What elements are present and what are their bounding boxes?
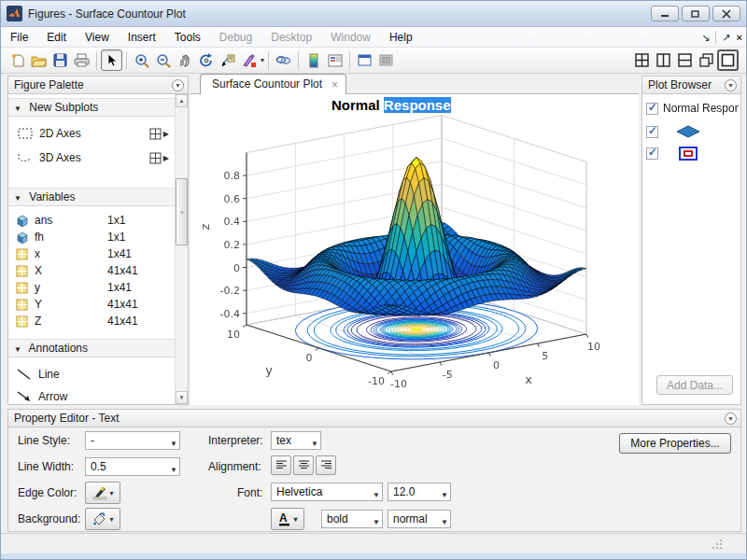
data-cursor-button[interactable] xyxy=(217,49,238,71)
maximize-figure-button[interactable] xyxy=(717,49,739,71)
tile-figures-button[interactable] xyxy=(631,49,653,71)
font-weight-combo[interactable]: bold ▼ xyxy=(321,510,383,528)
variable-row-Z[interactable]: Z 41x41 xyxy=(8,313,175,329)
titlebar[interactable]: Figures - Surface Countour Plot xyxy=(1,1,746,27)
brush-dropdown-caret[interactable]: ▾ xyxy=(261,56,264,64)
close-button[interactable] xyxy=(712,6,740,21)
variable-row-x[interactable]: x 1x41 xyxy=(8,245,175,262)
checkbox-checked[interactable]: ✓ xyxy=(646,103,658,115)
checkbox-checked[interactable]: ✓ xyxy=(646,147,658,160)
palette-item-2d-axes[interactable]: 2D Axes ▶ xyxy=(8,122,175,145)
font-color-button[interactable]: A ▾ xyxy=(271,508,304,530)
link-plot-button[interactable] xyxy=(273,49,294,71)
tile-vertical-button[interactable] xyxy=(653,49,674,71)
combo-arrow-icon[interactable]: ▼ xyxy=(170,436,177,453)
menu-help[interactable]: Help xyxy=(380,27,422,48)
dropdown-caret-icon[interactable]: ▾ xyxy=(109,515,113,524)
subplot-grid-icon[interactable] xyxy=(149,128,162,140)
plot-browser-item-surface[interactable]: ✓ xyxy=(646,124,739,139)
font-size-combo[interactable]: 12.0 ▼ xyxy=(388,483,451,501)
resize-grip-icon[interactable] xyxy=(712,539,724,551)
plot-title-selected-text[interactable]: Response xyxy=(384,97,451,113)
insert-legend-button[interactable] xyxy=(324,49,345,71)
chevron-right-icon[interactable]: ▶ xyxy=(163,130,169,138)
plot-title-text[interactable]: Normal xyxy=(331,97,384,113)
menu-file[interactable]: File xyxy=(1,27,37,48)
pan-hand-button[interactable] xyxy=(174,49,195,71)
align-left-button[interactable] xyxy=(271,455,291,475)
print-figure-button[interactable] xyxy=(71,49,92,71)
minimize-button[interactable] xyxy=(651,6,679,21)
open-file-button[interactable] xyxy=(28,49,49,71)
menu-edit[interactable]: Edit xyxy=(37,27,76,48)
panel-menu-icon[interactable]: ▼ xyxy=(172,79,184,91)
zoom-out-button[interactable] xyxy=(152,49,174,71)
scroll-down-icon[interactable]: ▼ xyxy=(176,391,188,404)
menu-window[interactable]: Window xyxy=(321,27,380,48)
restore-button[interactable] xyxy=(682,6,710,21)
section-variables[interactable]: ▼ Variables xyxy=(8,188,175,206)
variable-row-fh[interactable]: fh 1x1 xyxy=(8,229,175,245)
tab-surface-contour-plot[interactable]: Surface Countour Plot × xyxy=(200,74,346,94)
menu-desktop[interactable]: Desktop xyxy=(261,27,321,48)
more-properties-button[interactable]: More Properties... xyxy=(619,433,731,454)
variable-row-X[interactable]: X 41x41 xyxy=(8,262,175,279)
combo-arrow-icon[interactable]: ▼ xyxy=(311,436,318,453)
combo-arrow-icon[interactable]: ▼ xyxy=(441,487,448,504)
combo-arrow-icon[interactable]: ▼ xyxy=(170,462,177,479)
chevron-right-icon[interactable]: ▶ xyxy=(163,154,169,162)
font-angle-combo[interactable]: normal ▼ xyxy=(388,510,451,528)
plot-browser-item-contour[interactable]: ✓ xyxy=(646,147,739,161)
align-right-button[interactable] xyxy=(316,455,336,475)
combo-arrow-icon[interactable]: ▼ xyxy=(373,514,380,531)
surface-plot-canvas[interactable] xyxy=(190,94,639,405)
combo-arrow-icon[interactable]: ▼ xyxy=(441,514,448,531)
brush-data-button[interactable] xyxy=(238,49,260,71)
variable-row-Y[interactable]: Y 41x41 xyxy=(8,296,175,313)
dropdown-caret-icon[interactable]: ▾ xyxy=(293,515,297,524)
font-family-combo[interactable]: Helvetica ▼ xyxy=(271,483,383,501)
menu-debug[interactable]: Debug xyxy=(210,27,261,48)
plot-browser-item-axes[interactable]: ✓ Normal Respons xyxy=(646,102,739,115)
line-width-combo[interactable]: 0.5 ▼ xyxy=(85,457,180,476)
rotate-3d-button[interactable] xyxy=(195,49,217,71)
tab-close-icon[interactable]: × xyxy=(331,79,338,91)
menu-tools[interactable]: Tools xyxy=(165,27,210,48)
add-data-button[interactable]: Add Data... xyxy=(656,375,733,395)
variable-row-y[interactable]: y 1x41 xyxy=(8,279,175,296)
dock-figure-icon[interactable]: ↘ xyxy=(701,32,710,44)
tile-horizontal-button[interactable] xyxy=(674,49,696,71)
annotation-item-arrow[interactable]: Arrow xyxy=(8,385,175,405)
palette-item-3d-axes[interactable]: 3D Axes ▶ xyxy=(8,147,175,169)
annotation-item-line[interactable]: Line xyxy=(8,363,175,385)
new-figure-button[interactable] xyxy=(7,49,28,71)
plot-title-editor[interactable]: Normal Response xyxy=(329,96,454,114)
section-new-subplots[interactable]: ▼ New Subplots xyxy=(8,98,175,117)
scroll-thumb[interactable]: ≡ xyxy=(176,178,188,245)
insert-colorbar-button[interactable] xyxy=(303,49,324,71)
line-style-combo[interactable]: - ▼ xyxy=(85,431,180,450)
pointer-tool-button[interactable] xyxy=(101,49,122,71)
undock-icon[interactable]: ↗ xyxy=(722,32,730,44)
checkbox-checked[interactable]: ✓ xyxy=(646,126,658,138)
variable-row-ans[interactable]: ans 1x1 xyxy=(8,212,175,229)
hide-plot-tools-button[interactable] xyxy=(354,49,375,71)
combo-arrow-icon[interactable]: ▼ xyxy=(373,487,380,504)
float-figures-button[interactable] xyxy=(696,49,717,71)
close-tool-icon[interactable]: × xyxy=(737,32,742,43)
menu-view[interactable]: View xyxy=(76,27,119,48)
section-annotations[interactable]: ▼ Annotations xyxy=(8,339,175,357)
figure-palette-scrollbar[interactable]: ▲ ≡ ▼ xyxy=(175,94,188,404)
subplot-grid-icon[interactable] xyxy=(149,152,162,164)
interpreter-combo[interactable]: tex ▼ xyxy=(271,431,321,450)
edge-color-button[interactable]: ▾ xyxy=(85,482,120,504)
panel-menu-icon[interactable]: ▼ xyxy=(725,79,737,91)
scroll-up-icon[interactable]: ▲ xyxy=(176,94,188,107)
align-center-button[interactable] xyxy=(293,455,314,475)
background-color-button[interactable]: ▾ xyxy=(85,508,120,530)
save-figure-button[interactable] xyxy=(49,49,71,71)
panel-menu-icon[interactable]: ▼ xyxy=(725,413,737,425)
zoom-in-button[interactable] xyxy=(131,49,152,71)
menu-insert[interactable]: Insert xyxy=(119,27,165,48)
dropdown-caret-icon[interactable]: ▾ xyxy=(109,489,113,497)
